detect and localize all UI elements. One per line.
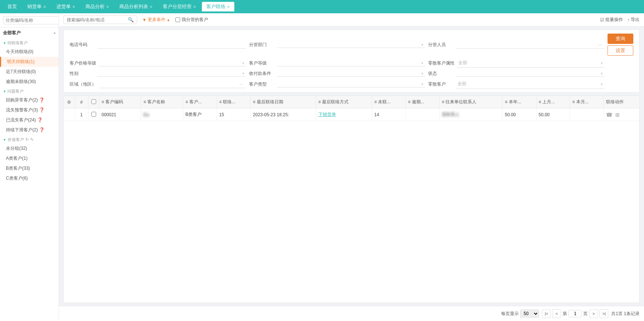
filter-payment-select[interactable]: ∨ [277,70,426,77]
filter-retail-attr-select[interactable]: 全部 ∨ [457,59,605,68]
col-header-type: ≡ 客户... [183,96,217,108]
refresh-icon[interactable]: ↻ [25,137,29,142]
sidebar-item-today[interactable]: 今天待联络(0) [0,47,59,57]
bulk-op-button[interactable]: ☑ 批量操作 [600,17,623,23]
next-page-button[interactable]: > [589,309,598,318]
chevron-down-icon: ∨ [601,82,603,86]
nav-product-analysis[interactable]: 商品分析 ✕ [81,2,113,11]
call-icon[interactable]: ☎ [606,112,612,118]
nav-product-analysis-list[interactable]: 商品分析列表 ✕ [115,2,157,11]
table-container: ⚙ # ≡ 客户编码 ≡ 客户名称 ≡ 客户... ≡ 联络... ≡ 最后联络… [63,96,640,303]
first-page-button[interactable]: |< [542,309,551,318]
filter-person-select[interactable]: ··· [456,41,605,49]
row-overdue [406,108,440,121]
filter-phone-input[interactable] [98,41,246,49]
content-area: 🔍 ▼ 更多条件 ▲ 我分管的客户 ☑ 批量操作 ↑ 导出 [59,13,644,321]
filter-gender-select[interactable]: ∨ [98,70,246,77]
filter-retail-customer-select[interactable]: 全部 ∨ [456,80,605,89]
chevron-down-icon: ∨ [601,72,603,75]
close-icon[interactable]: ✕ [227,5,230,9]
filter-price-select[interactable]: ∨ [98,60,246,66]
last-page-button[interactable]: >| [599,309,608,318]
filter-retail-attr: 零散客户属性 全部 ∨ [428,59,605,68]
filter-region-select[interactable]: ··· [98,80,246,88]
nav-sales[interactable]: 销货单 ✕ [23,2,50,11]
col-header-check[interactable] [88,96,99,108]
row-last-way: 下销货单 [316,108,372,121]
page-input[interactable] [568,310,582,317]
toolbar: 🔍 ▼ 更多条件 ▲ 我分管的客户 ☑ 批量操作 ↑ 导出 [59,13,644,27]
export-button[interactable]: ↑ 导出 [627,17,640,23]
edit-icon[interactable]: ✎ [30,137,34,142]
set-button[interactable]: 设置 [608,45,633,56]
search-input[interactable] [67,17,128,23]
sidebar-item-overdue[interactable]: 逾期未联络(30) [0,77,59,87]
nav-customer-contact[interactable]: 客户联络 ✕ [202,2,234,11]
sidebar-item-tomorrow[interactable]: 明天待联络(1) [0,57,59,67]
filter-row-3: 性别 ∨ 收付款条件 ∨ 状态 ∨ [70,70,633,77]
sidebar-item-lost[interactable]: 已流失客户(24) ❓ [0,115,59,125]
sidebar-item-unclassified[interactable]: 未分组(32) [0,144,59,153]
row-gear [64,108,75,121]
close-icon[interactable]: ✕ [193,5,196,9]
sidebar-item-declining[interactable]: 持续下滑客户(2) ❓ [0,125,59,135]
nav-home[interactable]: 首页 [3,2,21,11]
query-button[interactable]: 查询 [608,34,633,44]
col-header-last-way: ≡ 最后联络方式 [316,96,372,108]
row-last-month: 50.00 [536,108,570,121]
more-icon[interactable]: ··· [238,82,245,87]
close-icon[interactable]: ✕ [72,5,75,9]
row-unit-contact: 某联系人 [439,108,502,121]
gear-icon[interactable]: ⚙ [67,100,71,105]
last-way-link[interactable]: 下销货单 [318,112,336,117]
col-header-action: 联络动作 [603,96,639,108]
filter-row-2: 客户价格等级 ∨ 客户等级 ∨ 零散客户属性 全部 ∨ [70,59,633,68]
customers-table: ⚙ # ≡ 客户编码 ≡ 客户名称 ≡ 客户... ≡ 联络... ≡ 最后联络… [64,96,639,121]
sidebar-item-lost-warn[interactable]: 流失预警客户(3) ❓ [0,105,59,115]
row-check[interactable] [88,108,99,121]
filter-customer-level-select[interactable]: ∨ [277,60,426,66]
action-icons: ☎ ⊞ [606,112,637,118]
filter-phone: 电话号码 [70,41,246,49]
my-customers-check[interactable] [175,17,180,22]
sidebar-item-repurchase[interactable]: 回购异常客户(2) ❓ [0,95,59,105]
col-header-this-month: ≡ 本月... [570,96,604,108]
sidebar-search-input[interactable] [3,16,59,24]
sidebar-item-7days[interactable]: 近7天待联络(0) [0,67,59,77]
search-box: 🔍 [63,15,137,24]
row-contact-count: 15 [217,108,251,121]
nav-purchase[interactable]: 进货单 ✕ [52,2,80,11]
row-actions: ☎ ⊞ [603,108,639,121]
more-icon[interactable]: ··· [596,42,603,47]
row-code: 000021 [99,108,141,121]
filter-customer-type-select[interactable]: ∨ [277,81,426,87]
sidebar-all-customers[interactable]: 全部客户 « [0,28,59,38]
prev-page-button[interactable]: < [552,309,561,318]
select-all-checkbox[interactable] [91,99,96,104]
col-header-name: ≡ 客户名称 [141,96,183,108]
sidebar-item-class-a[interactable]: A类客户(1) [0,153,59,163]
nav-customer-tier[interactable]: 客户分层经营 ✕ [158,2,200,11]
filter-more-button[interactable]: ▼ 更多条件 ▲ [140,15,172,24]
grid-icon[interactable]: ⊞ [615,112,620,118]
col-header-gear[interactable]: ⚙ [64,96,75,108]
col-header-no-contact: ≡ 未联... [372,96,406,108]
chevron-down-icon: ∨ [421,82,424,86]
row-checkbox[interactable] [91,112,96,117]
close-icon[interactable]: ✕ [150,5,153,9]
my-customers-checkbox[interactable]: 我分管的客户 [175,17,208,23]
close-icon[interactable]: ✕ [43,5,46,9]
sidebar-item-class-c[interactable]: C类客户(6) [0,173,59,183]
filter-dept-select[interactable]: ∨ [277,42,426,48]
row-type: B类客户 [183,108,217,121]
toolbar-right: ☑ 批量操作 ↑ 导出 [600,17,640,23]
search-icon[interactable]: 🔍 [128,17,134,23]
close-icon[interactable]: ✕ [106,5,109,9]
sidebar-item-class-b[interactable]: B类客户(33) [0,163,59,173]
per-page-select[interactable]: 50 100 200 [520,310,539,318]
chevron-down-icon: ∨ [242,61,245,65]
filter-retail-customer: 零散客户 全部 ∨ [428,80,605,89]
sidebar-search-area: 🔍 [0,13,59,28]
row-no-contact: 14 [372,108,406,121]
filter-status-select[interactable]: ∨ [456,70,605,77]
